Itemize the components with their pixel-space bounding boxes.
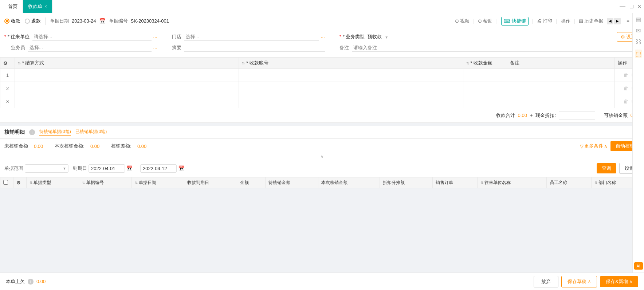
date-value: 2023-03-24 <box>72 18 96 24</box>
range-filter: 单据范围 <box>4 164 68 173</box>
filter-left: 单据范围 到期日 📅 — 📅 <box>4 164 184 173</box>
sidebar-expand-icon[interactable]: ⬚ <box>635 50 642 58</box>
partner-input[interactable] <box>32 33 152 41</box>
tab-bar: 首页 收款单 × — □ × <box>0 0 644 13</box>
ai-label[interactable]: Ai <box>634 262 643 270</box>
more-filter-btn[interactable]: ▽ 更多条件 ∧ <box>580 143 608 149</box>
prev-btn[interactable]: ◀ <box>607 18 613 24</box>
pending-amount-header: 待核销金额 <box>265 177 318 188</box>
note-1[interactable] <box>507 69 614 82</box>
account-2[interactable] <box>239 82 463 95</box>
table-gear-header[interactable] <box>0 177 13 188</box>
calendar-icon[interactable]: 📅 <box>99 18 106 24</box>
total-label: 收款合计 <box>496 112 515 119</box>
amount-2[interactable] <box>463 82 507 95</box>
receipt-radio[interactable]: 收款 <box>4 18 20 24</box>
payment-method-3[interactable] <box>15 95 239 108</box>
gear-header[interactable]: ⚙ <box>0 58 15 69</box>
account-3[interactable] <box>239 95 463 108</box>
window-controls: — □ × <box>620 3 641 10</box>
shop-more-icon[interactable]: ··· <box>321 34 325 40</box>
checkbox-header: ⚙ <box>13 177 27 188</box>
sidebar-link-icon[interactable]: ⛓ <box>636 39 641 45</box>
spacer <box>0 188 644 210</box>
query-btn[interactable]: 查询 <box>597 163 616 173</box>
verification-table: ⚙ ⇅ 单据类型 ⇅ 单据编号 ⇅ <box>0 177 644 188</box>
bottom-table-wrap: ⚙ ⇅ 单据类型 ⇅ 单据编号 ⇅ <box>0 177 644 188</box>
refund-radio[interactable]: 退款 <box>25 18 41 24</box>
delete-icon-1[interactable]: 🗑 <box>623 72 628 78</box>
table-row: 2 🗑 ⧉ <box>0 82 644 95</box>
date-from-input[interactable] <box>89 164 125 173</box>
filter-icon: ▽ <box>580 144 584 149</box>
partner-more-icon[interactable]: ··· <box>153 34 157 40</box>
note-input[interactable] <box>352 44 640 52</box>
row-num-1: 1 <box>0 69 15 82</box>
note-header: 备注 <box>507 58 614 69</box>
list-layout-btn[interactable]: ≡ <box>624 17 632 25</box>
note-field: 备注 <box>339 44 640 52</box>
row-num-2: 2 <box>0 82 15 95</box>
calendar-from-icon[interactable]: 📅 <box>126 165 133 171</box>
calendar-to-icon[interactable]: 📅 <box>178 165 184 171</box>
toolbar: 收款 退款 单据日期 2023-03-24 📅 单据编号 SK-20230324… <box>0 13 644 29</box>
range-select-wrap <box>25 164 68 173</box>
tab-close-icon[interactable]: × <box>44 4 47 9</box>
shop-input[interactable] <box>184 33 319 41</box>
account-1[interactable] <box>239 69 463 82</box>
staff-more-icon[interactable]: ··· <box>153 45 157 51</box>
tab-receipt[interactable]: 收款单 × <box>23 0 52 13</box>
divider1 <box>45 17 46 25</box>
note-2[interactable] <box>507 82 614 95</box>
gear2-icon[interactable]: ⚙ <box>16 180 21 185</box>
tab-home[interactable]: 首页 <box>3 0 23 13</box>
print-icon: 🖨 <box>537 18 542 24</box>
business-type-dropdown[interactable] <box>383 34 388 40</box>
section-header: 核销明细 i 待核销单据(0笔) 已核销单据(0笔) <box>0 126 644 139</box>
summary-input[interactable] <box>184 44 325 52</box>
form-row-1: * 往来单位 ··· 门店 ··· * 业务类型 预收款 <box>4 32 640 42</box>
done-tab[interactable]: 已核销单据(0笔) <box>75 129 107 136</box>
shortcuts-btn[interactable]: ⌨ 快捷键 <box>501 17 529 26</box>
help-btn[interactable]: ⊙ 帮助 <box>478 18 492 24</box>
delete-icon-3[interactable]: 🗑 <box>623 98 628 104</box>
summary-field: 摘要 <box>172 44 325 52</box>
receipt-table: ⚙ ⇅ * 结算方式 ⇅ * 收款账号 ⇅ * 收款金额 <box>0 57 644 108</box>
minimize-icon[interactable]: — <box>620 3 625 10</box>
select-all-checkbox[interactable] <box>3 180 8 185</box>
discount-input[interactable] <box>559 111 595 119</box>
payment-method-2[interactable] <box>15 82 239 95</box>
note-3[interactable] <box>507 95 614 108</box>
amount-1[interactable] <box>463 69 507 82</box>
due-date-filter: 到期日 📅 — 📅 <box>73 164 184 173</box>
discount-label: 现金折扣: <box>535 112 556 119</box>
shop-field: 门店 ··· <box>172 33 325 41</box>
operations-btn[interactable]: 操作 <box>561 18 570 24</box>
delete-icon-2[interactable]: 🗑 <box>623 85 628 91</box>
print-btn[interactable]: 🖨 打印 <box>537 18 552 24</box>
next-btn[interactable]: ▶ <box>614 18 621 24</box>
table-row: 3 🗑 ⧉ <box>0 95 644 108</box>
date-to-input[interactable] <box>140 164 177 173</box>
sidebar-table-icon[interactable]: ▤ <box>636 16 641 23</box>
unchecked-value: 0.00 <box>34 144 43 149</box>
info-icon[interactable]: i <box>29 129 35 135</box>
payment-method-1[interactable] <box>15 69 239 82</box>
close-icon[interactable]: × <box>638 3 641 10</box>
amount-3[interactable] <box>463 95 507 108</box>
history-btn[interactable]: ▤ 历史单据 <box>579 18 603 24</box>
range-select[interactable] <box>25 164 68 173</box>
dropdown-indicator: ∨ <box>0 153 644 160</box>
section-title: 核销明细 <box>4 129 25 136</box>
pending-tab[interactable]: 待核销单据(0笔) <box>39 129 71 136</box>
total-value: 0.00 <box>518 113 527 118</box>
shortcuts-icon: ⌨ <box>504 18 511 24</box>
diff-value: 0.00 <box>137 144 146 149</box>
staff-input[interactable] <box>28 44 152 52</box>
discount-header: 折扣分摊额 <box>380 177 433 188</box>
maximize-icon[interactable]: □ <box>630 3 633 10</box>
amount-header: ⇅ * 收款金额 <box>463 58 507 69</box>
sidebar-mail-icon[interactable]: ✉ <box>636 27 641 34</box>
current-amount-header: 本次核销金额 <box>318 177 380 188</box>
video-btn[interactable]: ⊙ 视频 <box>455 18 470 24</box>
